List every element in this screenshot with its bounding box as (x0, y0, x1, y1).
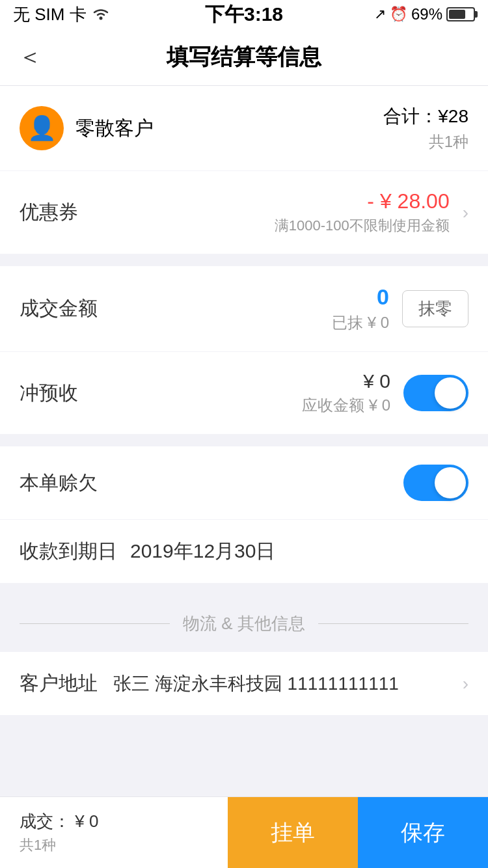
location-icon: ↗ (374, 6, 386, 23)
section-divider-1 (0, 254, 488, 266)
page-title: 填写结算等信息 (167, 42, 321, 72)
status-right: ↗ ⏰ 69% (374, 5, 475, 23)
total-amount: 合计：¥28 (383, 104, 468, 129)
avatar-icon: 👤 (27, 115, 57, 142)
content-spacer (0, 727, 488, 806)
address-section[interactable]: 客户地址 张三 海淀永丰科技园 11111111111 › (0, 652, 488, 716)
customer-row: 👤 零散客户 合计：¥28 共1种 (0, 86, 488, 171)
carrier-text: 无 SIM 卡 (13, 3, 87, 26)
logistics-line-right (318, 623, 468, 624)
address-label: 客户地址 (20, 670, 98, 697)
amount-value-group: 0 已抹 ¥ 0 (332, 284, 389, 333)
bottom-bar: 成交： ¥ 0 共1种 挂单 保存 (0, 796, 488, 868)
amount-deducted: 已抹 ¥ 0 (332, 312, 389, 333)
coupon-right-group: - ¥ 28.00 满1000-100不限制使用金额 › (275, 189, 468, 236)
logistics-text: 物流 & 其他信息 (183, 612, 305, 635)
battery-icon (446, 7, 475, 21)
prereceive-sub-amount: 应收金额 ¥ 0 (302, 395, 390, 416)
hold-button-label: 挂单 (271, 818, 315, 848)
back-button[interactable]: ＜ (18, 41, 42, 73)
transaction-right: 0 已抹 ¥ 0 抹零 (332, 284, 468, 333)
avatar: 👤 (20, 106, 64, 150)
coupon-row[interactable]: 优惠券 - ¥ 28.00 满1000-100不限制使用金额 › (0, 171, 488, 254)
baddebt-label: 本单赊欠 (20, 470, 98, 496)
bottom-transaction-label: 成交： ¥ 0 (20, 810, 208, 833)
amount-row: 成交金额 0 已抹 ¥ 0 抹零 (20, 284, 468, 333)
transaction-amount-section: 成交金额 0 已抹 ¥ 0 抹零 (0, 266, 488, 352)
status-bar: 无 SIM 卡 下午3:18 ↗ ⏰ 69% (0, 0, 488, 29)
prereceive-section: 冲预收 ¥ 0 应收金额 ¥ 0 (0, 352, 488, 435)
baddebt-toggle[interactable] (403, 465, 468, 501)
baddebt-toggle-knob (435, 467, 466, 498)
duedate-value: 2019年12月30日 (130, 538, 275, 565)
section-divider-4 (0, 716, 488, 727)
prereceive-main-amount: ¥ 0 (302, 370, 390, 392)
customer-name: 零散客户 (75, 115, 154, 142)
nav-bar: ＜ 填写结算等信息 (0, 29, 488, 86)
toggle-knob (435, 377, 466, 409)
prereceive-right: ¥ 0 应收金额 ¥ 0 (302, 370, 468, 416)
customer-left: 👤 零散客户 (20, 106, 154, 150)
wifi-icon (92, 5, 110, 25)
address-value: 张三 海淀永丰科技园 11111111111 (113, 671, 463, 696)
prereceive-toggle[interactable] (403, 375, 468, 411)
svg-point-0 (99, 16, 102, 20)
bottom-info: 成交： ¥ 0 共1种 (0, 797, 228, 868)
address-chevron-icon: › (463, 673, 468, 694)
status-time: 下午3:18 (205, 1, 283, 28)
chevron-right-icon: › (463, 202, 468, 223)
alarm-icon: ⏰ (390, 6, 407, 23)
hold-button[interactable]: 挂单 (228, 797, 358, 868)
section-divider-2 (0, 435, 488, 446)
round-zero-button[interactable]: 抹零 (402, 290, 468, 327)
logistics-section: 物流 & 其他信息 (0, 595, 488, 652)
duedate-label: 收款到期日 (20, 538, 117, 565)
save-button[interactable]: 保存 (358, 797, 488, 868)
battery-percent: 69% (411, 5, 442, 23)
duedate-section: 收款到期日 2019年12月30日 (0, 520, 488, 584)
coupon-desc: 满1000-100不限制使用金额 (275, 216, 450, 236)
customer-section: 👤 零散客户 合计：¥28 共1种 (0, 86, 488, 171)
prereceive-label: 冲预收 (20, 380, 78, 407)
bottom-count: 共1种 (20, 835, 208, 855)
coupon-label: 优惠券 (20, 199, 78, 226)
coupon-amount: - ¥ 28.00 (275, 189, 450, 213)
transaction-value: 0 (332, 284, 389, 310)
coupon-details: - ¥ 28.00 满1000-100不限制使用金额 (275, 189, 450, 236)
baddebt-section: 本单赊欠 (0, 446, 488, 520)
status-left: 无 SIM 卡 (13, 3, 110, 26)
total-count: 共1种 (383, 131, 468, 152)
prereceive-amounts: ¥ 0 应收金额 ¥ 0 (302, 370, 390, 416)
prereceive-row: 冲预收 ¥ 0 应收金额 ¥ 0 (20, 370, 468, 416)
transaction-label: 成交金额 (20, 295, 98, 322)
logistics-line-left (20, 623, 170, 624)
customer-right: 合计：¥28 共1种 (383, 104, 468, 152)
section-divider-3 (0, 584, 488, 595)
save-button-label: 保存 (401, 818, 445, 848)
